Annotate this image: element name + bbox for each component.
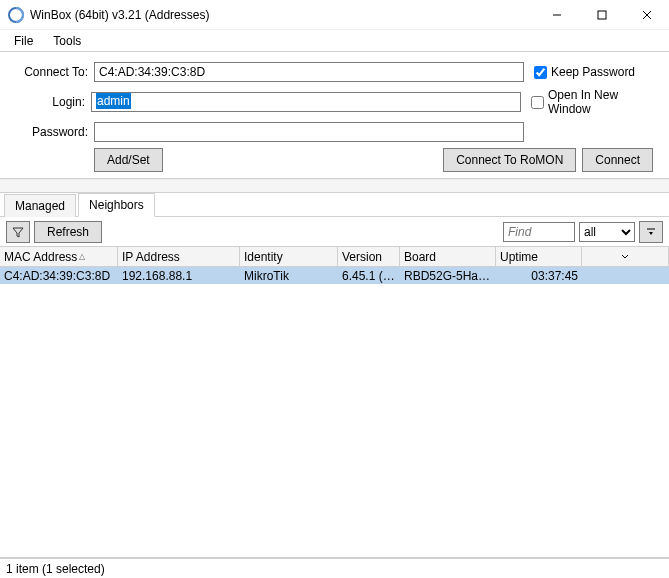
cell-version: 6.45.1 (st... — [338, 268, 400, 284]
cell-board: RBD52G-5HacD2... — [400, 268, 496, 284]
connect-button[interactable]: Connect — [582, 148, 653, 172]
column-board[interactable]: Board — [400, 247, 496, 266]
refresh-button[interactable]: Refresh — [34, 221, 102, 243]
minimize-button[interactable] — [534, 0, 579, 29]
window-controls — [534, 0, 669, 29]
neighbors-table: MAC Address△ IP Address Identity Version… — [0, 247, 669, 558]
column-mac[interactable]: MAC Address△ — [0, 247, 118, 266]
columns-button[interactable] — [639, 221, 663, 243]
dropdown-icon — [646, 227, 656, 237]
find-input[interactable] — [503, 222, 575, 242]
login-label: Login: — [10, 95, 85, 109]
menu-file[interactable]: File — [6, 32, 41, 50]
column-menu[interactable] — [582, 247, 669, 266]
svg-rect-2 — [598, 11, 606, 19]
close-button[interactable] — [624, 0, 669, 29]
list-toolbar: Refresh all — [0, 217, 669, 247]
password-label: Password: — [10, 125, 88, 139]
password-input[interactable] — [94, 122, 524, 142]
column-identity[interactable]: Identity — [240, 247, 338, 266]
keep-password-label: Keep Password — [551, 65, 635, 79]
menu-bar: File Tools — [0, 30, 669, 52]
maximize-button[interactable] — [579, 0, 624, 29]
app-icon — [8, 7, 24, 23]
titlebar: WinBox (64bit) v3.21 (Addresses) — [0, 0, 669, 30]
table-header: MAC Address△ IP Address Identity Version… — [0, 247, 669, 267]
filter-button[interactable] — [6, 221, 30, 243]
status-text: 1 item (1 selected) — [6, 562, 105, 576]
connect-to-label: Connect To: — [10, 65, 88, 79]
status-bar: 1 item (1 selected) — [0, 558, 669, 578]
table-row[interactable]: C4:AD:34:39:C3:8D 192.168.88.1 MikroTik … — [0, 267, 669, 284]
column-version[interactable]: Version — [338, 247, 400, 266]
splitter[interactable] — [0, 179, 669, 193]
cell-uptime: 03:37:45 — [496, 268, 582, 284]
tab-bar: Managed Neighbors — [0, 193, 669, 217]
column-ip[interactable]: IP Address — [118, 247, 240, 266]
login-input[interactable] — [91, 92, 521, 112]
chevron-down-icon — [621, 253, 629, 261]
cell-identity: MikroTik — [240, 268, 338, 284]
tab-neighbors[interactable]: Neighbors — [78, 193, 155, 217]
connect-romon-button[interactable]: Connect To RoMON — [443, 148, 576, 172]
window-title: WinBox (64bit) v3.21 (Addresses) — [30, 8, 534, 22]
sort-indicator-icon: △ — [79, 252, 85, 261]
menu-tools[interactable]: Tools — [45, 32, 89, 50]
tab-managed[interactable]: Managed — [4, 194, 76, 217]
new-window-checkbox[interactable] — [531, 96, 544, 109]
connection-form: Connect To: Keep Password Login: admin O… — [0, 52, 669, 179]
minimize-icon — [552, 10, 562, 20]
filter-icon — [11, 225, 25, 239]
keep-password-checkbox[interactable] — [534, 66, 547, 79]
cell-mac: C4:AD:34:39:C3:8D — [0, 268, 118, 284]
close-icon — [642, 10, 652, 20]
filter-select[interactable]: all — [579, 222, 635, 242]
add-set-button[interactable]: Add/Set — [94, 148, 163, 172]
maximize-icon — [597, 10, 607, 20]
cell-ip: 192.168.88.1 — [118, 268, 240, 284]
table-body[interactable]: C4:AD:34:39:C3:8D 192.168.88.1 MikroTik … — [0, 267, 669, 557]
connect-to-input[interactable] — [94, 62, 524, 82]
new-window-label: Open In New Window — [548, 88, 659, 116]
column-uptime[interactable]: Uptime — [496, 247, 582, 266]
